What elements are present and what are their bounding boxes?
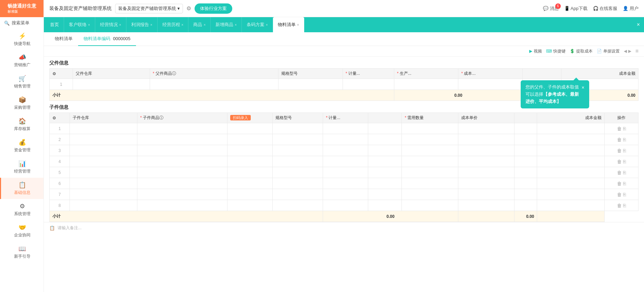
child-row-unit-cost[interactable] [458, 189, 514, 200]
child-row-product[interactable] [137, 167, 227, 178]
nav-next[interactable]: ▶ [628, 49, 631, 54]
tab-bom[interactable]: 物料清单 × [273, 17, 304, 32]
parent-row-spec[interactable] [278, 79, 343, 90]
try-button[interactable]: 体验行业方案 [195, 3, 232, 14]
tab-history-close[interactable]: × [182, 23, 184, 27]
child-row-qty[interactable] [402, 145, 458, 156]
tab-barcode-close[interactable]: × [266, 23, 268, 27]
app-download-link[interactable]: 📱 App下载 [564, 5, 587, 12]
child-row-spec[interactable] [272, 145, 323, 156]
tab-customers-close[interactable]: × [88, 23, 90, 27]
child-row-unit-cost[interactable] [458, 145, 514, 156]
delete-icon[interactable]: 🗑 [617, 170, 622, 175]
child-row-warehouse[interactable] [70, 156, 137, 167]
child-row-product[interactable] [137, 145, 227, 156]
sidebar-item-quick-nav[interactable]: ⚡ 快捷导航 [0, 29, 44, 50]
tab-new-product-close[interactable]: × [235, 23, 237, 27]
delete-icon[interactable]: 🗑 [617, 159, 622, 164]
tab-profit-close[interactable]: × [150, 23, 152, 27]
sidebar-item-finance[interactable]: 💰 资金管理 [0, 135, 44, 156]
sidebar-item-inventory[interactable]: 🏠 库存核算 [0, 114, 44, 135]
parent-row-product[interactable] [150, 79, 278, 90]
child-row-warehouse[interactable] [70, 189, 137, 200]
tab-operations-nav[interactable]: 经营情况 × [95, 17, 126, 32]
child-row-warehouse[interactable] [70, 167, 137, 178]
parent-row-cost[interactable] [458, 79, 523, 90]
copy-icon[interactable]: ⎘ [623, 170, 626, 175]
child-row-warehouse[interactable] [70, 123, 137, 134]
sidebar-item-enterprise[interactable]: 🤝 企业协同 [0, 220, 44, 242]
child-row-spec[interactable] [272, 134, 323, 145]
child-row-unit-cost[interactable] [458, 134, 514, 145]
child-row-qty[interactable] [402, 167, 458, 178]
sidebar-item-purchase[interactable]: 📦 采购管理 [0, 93, 44, 114]
child-row-spec[interactable] [272, 200, 323, 211]
tab-history[interactable]: 经营历程 × [158, 17, 189, 32]
user-avatar[interactable]: 👤 用户 [623, 5, 639, 12]
nav-close-all[interactable]: × [634, 22, 643, 28]
child-row-unit[interactable] [323, 123, 368, 134]
child-row-unit[interactable] [323, 200, 368, 211]
child-row-unit-cost[interactable] [458, 156, 514, 167]
delete-icon[interactable]: 🗑 [617, 126, 622, 131]
child-row-qty[interactable] [402, 156, 458, 167]
tab-products[interactable]: 商品 × [188, 17, 211, 32]
tab-home[interactable]: 首页 [45, 17, 64, 32]
parent-row-production[interactable] [394, 79, 458, 90]
child-row-product[interactable] [137, 134, 227, 145]
tooltip-close-btn[interactable]: × [582, 84, 584, 91]
child-row-unit[interactable] [323, 167, 368, 178]
child-row-spec[interactable] [272, 189, 323, 200]
child-row-warehouse[interactable] [70, 145, 137, 156]
delete-icon[interactable]: 🗑 [617, 192, 622, 197]
copy-icon[interactable]: ⎘ [623, 148, 626, 153]
system-select[interactable]: 装备及固定资产辅助管理系统 ▾ [115, 4, 183, 13]
online-service-link[interactable]: 🎧 在线客服 [593, 5, 618, 12]
settings-icon[interactable]: ⚙ [186, 5, 191, 12]
search-menu[interactable]: 🔍 搜索菜单 [0, 17, 44, 29]
child-row-qty[interactable] [402, 189, 458, 200]
child-row-unit[interactable] [323, 156, 368, 167]
child-row-unit-cost[interactable] [458, 178, 514, 189]
copy-icon[interactable]: ⎘ [623, 137, 626, 142]
child-row-unit-cost[interactable] [458, 167, 514, 178]
tab-bom-close[interactable]: × [297, 23, 299, 27]
tab-products-close[interactable]: × [203, 23, 206, 27]
video-btn[interactable]: ▶ 视频 [529, 48, 542, 54]
cost-btn[interactable]: 💲 提取成本 [570, 48, 593, 54]
parent-row-unit[interactable] [343, 79, 394, 90]
tab-operations-close[interactable]: × [119, 23, 121, 27]
tab-customers[interactable]: 客户联络 × [64, 17, 95, 32]
child-row-warehouse[interactable] [70, 200, 137, 211]
message-bell[interactable]: 💬 6 消息 [543, 5, 559, 12]
sub-tab-bom-list[interactable]: 物料清单 [49, 32, 78, 46]
child-row-qty[interactable] [402, 123, 458, 134]
child-row-product[interactable] [137, 123, 227, 134]
child-row-qty[interactable] [402, 178, 458, 189]
shortcut-btn[interactable]: ⌨ 快捷键 [546, 48, 566, 54]
child-row-unit[interactable] [323, 134, 368, 145]
copy-icon[interactable]: ⎘ [623, 192, 626, 197]
child-row-qty[interactable] [402, 134, 458, 145]
sidebar-item-basic-info[interactable]: 📋 基础信息 [0, 178, 44, 199]
copy-icon[interactable]: ⎘ [623, 203, 626, 208]
child-row-spec[interactable] [272, 167, 323, 178]
delete-icon[interactable]: 🗑 [617, 137, 622, 142]
sub-tab-bom-code[interactable]: 物料清单编码 0000005 [78, 32, 136, 46]
child-row-warehouse[interactable] [70, 134, 137, 145]
child-col-scan[interactable]: 扫码录入 [227, 113, 272, 123]
nav-prev[interactable]: ◀ [624, 49, 627, 54]
parent-row-warehouse[interactable] [73, 79, 150, 90]
child-row-qty[interactable] [402, 200, 458, 211]
sidebar-item-operations[interactable]: 📊 经营管理 [0, 156, 44, 178]
copy-icon[interactable]: ⎘ [623, 126, 626, 131]
child-row-unit[interactable] [323, 145, 368, 156]
child-row-product[interactable] [137, 156, 227, 167]
child-col-settings[interactable]: ⚙ [50, 113, 70, 123]
parent-col-settings[interactable]: ⚙ [50, 69, 73, 79]
delete-icon[interactable]: 🗑 [617, 148, 622, 153]
child-row-unit[interactable] [323, 189, 368, 200]
copy-icon[interactable]: ⎘ [623, 181, 626, 186]
child-row-product[interactable] [137, 200, 227, 211]
delete-icon[interactable]: 🗑 [617, 203, 622, 208]
